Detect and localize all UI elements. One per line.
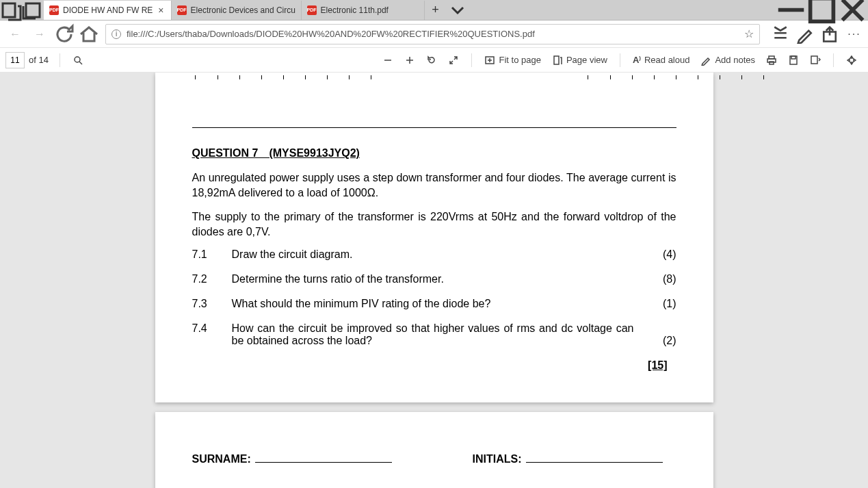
svg-point-4 <box>75 57 80 62</box>
search-icon[interactable] <box>67 48 89 73</box>
paragraph: The supply to the primary of the transfo… <box>192 209 676 239</box>
surname-label: SURNAME: <box>192 453 251 465</box>
pdf-viewport[interactable]: QUESTION 7 (MYSE9913JYQ2) An unregulated… <box>0 73 868 488</box>
window-minimize-icon[interactable] <box>776 0 806 21</box>
zoom-in-button[interactable] <box>399 48 421 73</box>
svg-rect-6 <box>554 56 559 64</box>
window-maximize-icon[interactable] <box>806 0 837 21</box>
question-row: 7.4How can the circuit be improved so th… <box>192 322 676 347</box>
back-button[interactable]: ← <box>4 23 26 45</box>
question-heading: QUESTION 7 (MYSE9913JYQ2) <box>192 147 676 159</box>
rotate-button[interactable] <box>421 48 443 73</box>
url-text: file:///C:/Users/thaba/Downloads/DIODE%2… <box>127 29 535 39</box>
page-number-input[interactable] <box>5 52 25 68</box>
svg-rect-0 <box>3 3 15 17</box>
total-marks: [15] <box>192 359 676 372</box>
tab-title: Electronic Devices and Circu <box>191 5 295 15</box>
question-row: 7.1Draw the circuit diagram.(4) <box>192 248 676 261</box>
pdf-icon: PDF <box>307 5 317 15</box>
reading-list-icon[interactable] <box>771 25 790 44</box>
tab-title: DIODE HW AND FW RE <box>63 5 153 15</box>
new-tab-icon[interactable]: + <box>425 0 447 21</box>
pdf-icon: PDF <box>177 5 187 15</box>
expand-button[interactable] <box>443 48 464 73</box>
tab-title: Electronic 11th.pdf <box>321 5 419 15</box>
recent-tabs-icon[interactable] <box>22 0 44 21</box>
svg-rect-2 <box>811 0 834 21</box>
tab-inactive[interactable]: PDF Electronic 11th.pdf <box>302 1 425 20</box>
zoom-out-button[interactable] <box>377 48 399 73</box>
svg-rect-9 <box>770 62 774 64</box>
svg-rect-1 <box>26 3 40 17</box>
save-button[interactable] <box>782 48 804 73</box>
home-button[interactable] <box>78 23 100 45</box>
refresh-button[interactable] <box>53 23 75 45</box>
pdf-icon: PDF <box>49 5 59 15</box>
tab-close-icon[interactable]: × <box>157 5 165 16</box>
tab-active[interactable]: PDF DIODE HW AND FW RE × <box>44 1 172 20</box>
initials-label: INITIALS: <box>473 453 522 465</box>
site-info-icon[interactable]: i <box>111 29 121 39</box>
add-notes-button[interactable]: Add notes <box>695 48 761 73</box>
more-icon[interactable]: ··· <box>845 25 864 44</box>
forward-button[interactable]: → <box>29 23 51 45</box>
window-close-icon[interactable] <box>837 0 868 21</box>
fit-page-button[interactable]: Fit to page <box>479 48 546 73</box>
tabs-aside-icon[interactable] <box>0 0 22 21</box>
save-as-button[interactable] <box>804 48 826 73</box>
pdf-page: SURNAME: INITIALS: <box>155 412 713 488</box>
fullscreen-icon[interactable] <box>841 48 863 73</box>
page-count: of 14 <box>29 55 49 65</box>
notes-icon[interactable] <box>795 25 815 44</box>
svg-rect-12 <box>811 56 817 64</box>
tab-chevron-icon[interactable] <box>447 0 469 21</box>
svg-rect-11 <box>791 56 795 59</box>
share-icon[interactable] <box>820 25 839 44</box>
print-button[interactable] <box>761 48 782 73</box>
favorite-icon[interactable]: ☆ <box>744 27 754 40</box>
paragraph: An unregulated power supply uses a step … <box>192 170 676 200</box>
pdf-page: QUESTION 7 (MYSE9913JYQ2) An unregulated… <box>155 73 713 402</box>
question-row: 7.3What should the minimum PIV rating of… <box>192 298 676 310</box>
address-bar[interactable]: i file:///C:/Users/thaba/Downloads/DIODE… <box>105 24 760 44</box>
question-row: 7.2Determine the turns ratio of the tran… <box>192 273 676 285</box>
read-aloud-button[interactable]: A)Read aloud <box>627 48 696 73</box>
page-view-button[interactable]: Page view <box>547 48 613 73</box>
tab-inactive[interactable]: PDF Electronic Devices and Circu <box>172 1 302 20</box>
